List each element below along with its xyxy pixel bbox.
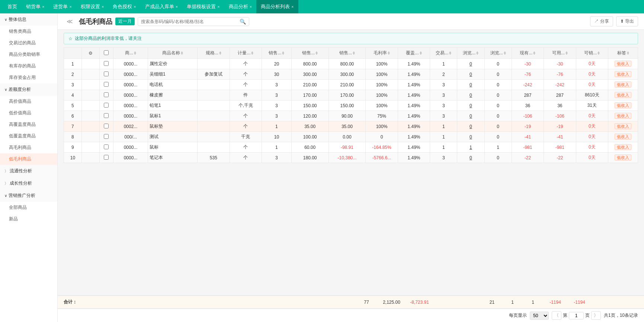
row-code: 0000... (113, 153, 148, 163)
export-button[interactable]: ⬆ 导出 (616, 16, 638, 26)
row-checkbox[interactable] (99, 132, 113, 142)
sidebar-item-high-profit[interactable]: 高毛利商品 (0, 142, 57, 153)
sidebar-item-in-stock-goods[interactable]: 有库存的商品 (0, 60, 57, 72)
sidebar-item-new-goods[interactable]: 新品 (0, 213, 57, 225)
sidebar-item-category-rate[interactable]: 商品分类助销率 (0, 49, 57, 60)
row-view1[interactable]: 0 (457, 101, 484, 111)
sidebar-item-stock-capital[interactable]: 库存资金占用 (0, 72, 57, 83)
close-icon[interactable]: × (69, 4, 71, 9)
sidebar-group-title-margin[interactable]: ∨ 差额度分析 (0, 83, 57, 96)
row-spec (198, 142, 230, 153)
nav-item-stock[interactable]: 产成品入库单 × (141, 0, 182, 13)
th-name[interactable]: 商品名称 (148, 48, 198, 59)
th-unit[interactable]: 计量... (230, 48, 262, 59)
row-view1[interactable]: 0 (457, 132, 484, 142)
row-view1[interactable]: 0 (457, 90, 484, 101)
share-button[interactable]: ↗ 分享 (590, 16, 613, 26)
nav-item-roles[interactable]: 角色授权 × (108, 0, 140, 13)
th-view2[interactable]: 浏览... (484, 48, 512, 59)
nav-item-home[interactable]: 首页 (3, 0, 22, 13)
prev-page-button[interactable]: 〈 (552, 311, 561, 320)
sidebar-item-low-coverage[interactable]: 低覆盖度商品 (0, 130, 57, 142)
sidebar-group-title-growth[interactable]: 〉 成长性分析 (0, 177, 57, 189)
row-checkbox[interactable] (99, 111, 113, 121)
row-select-checkbox[interactable] (104, 103, 109, 108)
row-view1[interactable]: 0 (457, 121, 484, 132)
page-input[interactable] (569, 312, 584, 319)
close-icon[interactable]: × (176, 4, 178, 9)
th-trade-count[interactable]: 交易... (430, 48, 457, 59)
row-checkbox[interactable] (99, 80, 113, 90)
th-spec[interactable]: 规格... (198, 48, 230, 59)
row-checkbox[interactable] (99, 101, 113, 111)
th-sales-amount[interactable]: 销售... (291, 48, 329, 59)
th-saleable-days[interactable]: 可销... (576, 48, 608, 59)
nav-item-sales[interactable]: 销货单 × (22, 0, 49, 13)
row-checkbox[interactable] (99, 121, 113, 132)
nav-item-analysis[interactable]: 商品分析 × (224, 0, 256, 13)
collapse-sidebar-button[interactable]: ≪ (64, 18, 76, 25)
sidebar-group-title-marketing[interactable]: ∨ 营销推广分析 (0, 189, 57, 202)
row-code: 000/... (113, 132, 148, 142)
close-icon[interactable]: × (250, 4, 252, 9)
row-view1[interactable]: 0 (457, 69, 484, 80)
th-settings[interactable]: ⚙ (81, 48, 99, 59)
close-icon[interactable]: × (102, 4, 104, 9)
close-icon[interactable]: × (291, 4, 294, 9)
sidebar-item-high-value[interactable]: 高价值商品 (0, 96, 57, 107)
row-select-checkbox[interactable] (104, 92, 109, 97)
row-select-checkbox[interactable] (104, 144, 109, 149)
row-checkbox[interactable] (99, 59, 113, 69)
th-checkbox[interactable] (99, 48, 113, 59)
th-view1[interactable]: 浏览... (457, 48, 484, 59)
nav-item-analysis-list[interactable]: 商品分析列表 × (256, 0, 298, 13)
search-input[interactable] (141, 19, 240, 24)
nav-item-permissions[interactable]: 权限设置 × (76, 0, 108, 13)
row-view1[interactable]: 0 (457, 111, 484, 121)
row-sales-qty: 3 (262, 90, 292, 101)
nav-item-purchase[interactable]: 进货单 × (49, 0, 76, 13)
row-select-checkbox[interactable] (104, 61, 109, 66)
chevron-right-icon: 〉 (4, 181, 8, 186)
row-view1[interactable]: 0 (457, 59, 484, 69)
sidebar-item-high-coverage[interactable]: 高覆盖度商品 (0, 119, 57, 130)
row-select-checkbox[interactable] (104, 155, 109, 160)
row-unit: 千克 (230, 132, 262, 142)
row-view1[interactable]: 1 (457, 142, 484, 153)
row-view1[interactable]: 0 (457, 153, 484, 163)
th-code[interactable]: 商... (113, 48, 148, 59)
row-checkbox[interactable] (99, 90, 113, 101)
row-select-checkbox[interactable] (104, 134, 109, 139)
close-icon[interactable]: × (134, 4, 136, 9)
th-sales-profit[interactable]: 销售... (329, 48, 366, 59)
sidebar-item-low-value[interactable]: 低价值商品 (0, 107, 57, 119)
sidebar-item-traded-goods[interactable]: 交易过的商品 (0, 37, 57, 49)
row-unit: 个 (230, 121, 262, 132)
row-checkbox[interactable] (99, 69, 113, 80)
row-select-checkbox[interactable] (104, 124, 109, 128)
row-view1[interactable]: 0 (457, 80, 484, 90)
per-page-select[interactable]: 50 20 100 (530, 312, 549, 320)
th-sales-qty[interactable]: 销售... (262, 48, 292, 59)
row-checkbox[interactable] (99, 142, 113, 153)
th-available[interactable]: 可用... (544, 48, 576, 59)
close-icon[interactable]: × (42, 4, 44, 9)
nav-item-template[interactable]: 单据模板设置 × (182, 0, 224, 13)
row-select-checkbox[interactable] (104, 113, 109, 118)
th-gross-margin[interactable]: 毛利率 (366, 48, 398, 59)
select-all-checkbox[interactable] (104, 50, 109, 55)
sidebar-group-title-overall[interactable]: ∨ 整体信息 (0, 13, 57, 26)
th-tag[interactable]: 标签 (608, 48, 638, 59)
next-page-button[interactable]: 〉 (591, 311, 601, 320)
sidebar-item-sales-goods[interactable]: 销售类商品 (0, 26, 57, 37)
recent-month-badge[interactable]: 近一月 (115, 17, 135, 25)
row-select-checkbox[interactable] (104, 71, 109, 76)
sidebar-item-low-profit[interactable]: 低毛利商品 (0, 153, 57, 165)
th-coverage[interactable]: 覆盖... (398, 48, 430, 59)
row-select-checkbox[interactable] (104, 82, 109, 87)
row-checkbox[interactable] (99, 153, 113, 163)
sidebar-item-all-goods[interactable]: 全部商品 (0, 202, 57, 213)
close-icon[interactable]: × (217, 4, 220, 9)
sidebar-group-title-flow[interactable]: 〉 流通性分析 (0, 165, 57, 177)
th-current-stock[interactable]: 现有... (512, 48, 544, 59)
